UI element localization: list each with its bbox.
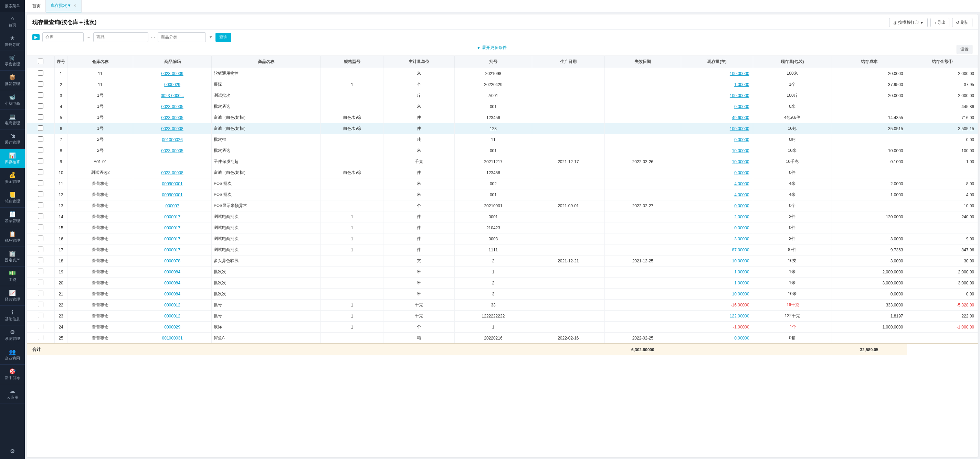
row-checkbox[interactable]	[38, 136, 43, 142]
row-checkbox[interactable]	[38, 312, 43, 318]
sidebar-item-fixed[interactable]: 🏢 固定资产	[0, 247, 25, 266]
cell-qty-main[interactable]: 10.00000	[681, 145, 753, 156]
filter-expand-arrow[interactable]: ▶	[32, 34, 40, 40]
row-checkbox[interactable]	[38, 258, 43, 263]
cell-goods-code[interactable]: 001000026	[133, 134, 212, 145]
cell-goods-code[interactable]: 000097	[133, 201, 212, 212]
sidebar-item-cloud[interactable]: ☁ 云应用	[0, 384, 25, 404]
cell-qty-main[interactable]: 0.00000	[681, 333, 753, 344]
cell-goods-code[interactable]: 0000017	[133, 233, 212, 244]
category-input[interactable]	[158, 32, 206, 42]
cell-goods-code[interactable]: 0023-00008	[133, 123, 212, 134]
settings-btn[interactable]: 设置	[956, 45, 972, 54]
cell-goods-code[interactable]: 0000017	[133, 244, 212, 255]
cell-qty-main[interactable]: 4.00000	[681, 178, 753, 190]
cell-goods-code[interactable]: 0000084	[133, 266, 212, 277]
cell-goods-code[interactable]: 0000084	[133, 277, 212, 288]
cell-qty-main[interactable]: 0.00000	[681, 101, 753, 112]
cell-qty-main[interactable]: 0.00000	[681, 201, 753, 212]
row-checkbox[interactable]	[38, 202, 43, 208]
query-btn[interactable]: 查询	[215, 33, 231, 42]
cell-goods-code[interactable]: 0023-0000...	[133, 90, 212, 101]
cell-qty-main[interactable]: 1.00000	[681, 277, 753, 288]
print-btn[interactable]: 🖨 按模版打印 ▼	[889, 18, 928, 27]
row-checkbox[interactable]	[38, 70, 43, 76]
sidebar-item-wholesale[interactable]: 📦 批发管理	[0, 70, 25, 90]
cell-qty-main[interactable]: -1.00000	[681, 322, 753, 333]
row-checkbox[interactable]	[38, 225, 43, 230]
row-checkbox[interactable]	[38, 269, 43, 274]
row-checkbox[interactable]	[38, 280, 43, 285]
cell-goods-code[interactable]: 0000017	[133, 222, 212, 233]
tab-close-icon[interactable]: ✕	[73, 3, 76, 8]
cell-goods-code[interactable]: 000900001	[133, 178, 212, 190]
cell-qty-main[interactable]: 122.00000	[681, 311, 753, 322]
cell-qty-main[interactable]: 3.00000	[681, 233, 753, 244]
cell-qty-main[interactable]: 10.00000	[681, 156, 753, 167]
cell-goods-code[interactable]: 0000078	[133, 255, 212, 266]
row-checkbox[interactable]	[38, 103, 43, 109]
cell-goods-code[interactable]: 000900001	[133, 190, 212, 201]
row-checkbox[interactable]	[38, 114, 43, 120]
cell-qty-main[interactable]: 10.00000	[681, 288, 753, 300]
row-checkbox[interactable]	[38, 158, 43, 164]
tab-home[interactable]: 首页	[27, 0, 46, 13]
row-checkbox[interactable]	[38, 247, 43, 252]
sidebar-item-general[interactable]: 📒 总账管理	[0, 188, 25, 208]
sidebar-item-capital[interactable]: 💰 资金管理	[0, 168, 25, 188]
cell-qty-main[interactable]: 1.00000	[681, 79, 753, 90]
warehouse-input[interactable]	[42, 32, 84, 42]
row-checkbox[interactable]	[38, 92, 43, 98]
row-checkbox[interactable]	[38, 147, 43, 153]
sidebar-item-sys[interactable]: ⚙ 系统管理	[0, 325, 25, 345]
sidebar-item-ops[interactable]: 📈 经营管理	[0, 286, 25, 306]
cell-qty-main[interactable]: 2.00000	[681, 212, 753, 222]
cell-qty-main[interactable]: -16.00000	[681, 300, 753, 311]
tab-inventory[interactable]: 库存批次▼ ✕	[46, 0, 81, 13]
sidebar-item-inventory[interactable]: 📊 库存核算	[0, 149, 25, 168]
expand-btn[interactable]: ▼ 展开更多条件	[477, 45, 507, 51]
table-container[interactable]: 序号 仓库名称 商品编码 商品名称 规格型号 主计量单位 批号 生产日期 失效日…	[27, 56, 978, 457]
cell-goods-code[interactable]: 0023-00009	[133, 68, 212, 79]
cell-goods-code[interactable]: 001000031	[133, 333, 212, 344]
sidebar-item-purchase[interactable]: 🛍 采购管理	[0, 129, 25, 149]
refresh-btn[interactable]: ↺ 刷新	[952, 18, 972, 27]
sidebar-item-mini-ecom[interactable]: 🐋 小鲸电商	[0, 90, 25, 110]
sidebar-item-hr[interactable]: 💵 工资	[0, 266, 25, 286]
row-checkbox[interactable]	[38, 214, 43, 219]
cell-goods-code[interactable]: 0000012	[133, 300, 212, 311]
cell-qty-main[interactable]: 100.00000	[681, 68, 753, 79]
row-checkbox[interactable]	[38, 324, 43, 329]
goods-input[interactable]	[93, 32, 148, 42]
row-checkbox[interactable]	[38, 236, 43, 241]
cell-qty-main[interactable]: 0.00000	[681, 222, 753, 233]
sidebar-item-guide[interactable]: 🎯 新手引导	[0, 365, 25, 384]
cell-goods-code[interactable]: 0023-00008	[133, 167, 212, 178]
cell-qty-main[interactable]: 100.00000	[681, 123, 753, 134]
cell-qty-main[interactable]: 49.60000	[681, 112, 753, 123]
cell-qty-main[interactable]: 10.00000	[681, 255, 753, 266]
cell-goods-code[interactable]: 0000029	[133, 79, 212, 90]
cell-qty-main[interactable]: 0.00000	[681, 167, 753, 178]
cell-goods-code[interactable]	[133, 156, 212, 167]
row-checkbox[interactable]	[38, 180, 43, 186]
cell-goods-code[interactable]: 0000029	[133, 322, 212, 333]
export-btn[interactable]: ↑ 导出	[931, 18, 949, 27]
row-checkbox[interactable]	[38, 81, 43, 87]
cell-qty-main[interactable]: 0.00000	[681, 134, 753, 145]
cell-goods-code[interactable]: 0023-00005	[133, 101, 212, 112]
cell-qty-main[interactable]: 100.00000	[681, 90, 753, 101]
row-checkbox[interactable]	[38, 169, 43, 175]
sidebar-item-tax[interactable]: 📋 税务管理	[0, 227, 25, 247]
sidebar-settings[interactable]: ⚙	[0, 445, 25, 459]
cell-goods-code[interactable]: 0023-00005	[133, 112, 212, 123]
sidebar-item-retail[interactable]: 🛒 零售管理	[0, 51, 25, 70]
sidebar-item-quick-nav[interactable]: ★ 快捷导航	[0, 31, 25, 51]
sidebar-item-ecom[interactable]: 💻 电商管理	[0, 110, 25, 129]
cell-goods-code[interactable]: 0000017	[133, 212, 212, 222]
sidebar-item-basic[interactable]: ℹ 基础信息	[0, 306, 25, 325]
sidebar-item-collab[interactable]: 👥 企业协同	[0, 345, 25, 365]
sidebar-item-invoice[interactable]: 🧾 发票管理	[0, 208, 25, 227]
row-checkbox[interactable]	[38, 125, 43, 131]
select-all-checkbox[interactable]	[38, 59, 43, 64]
